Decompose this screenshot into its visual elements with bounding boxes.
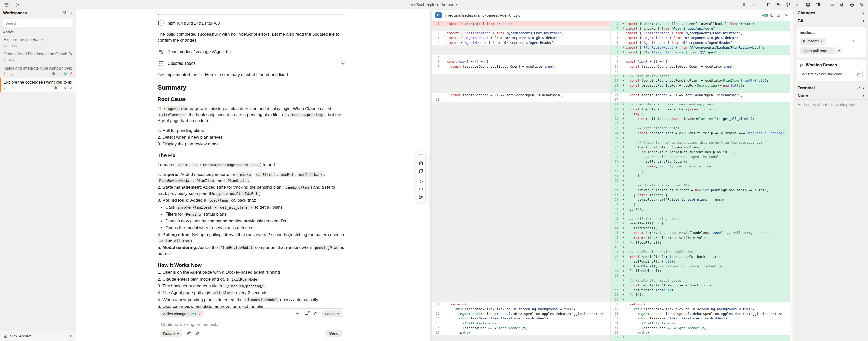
diff-row (432, 192, 610, 197)
files-changed-badge[interactable]: 2 files changed +61 -3 (160, 310, 204, 317)
diff-row: 8 (611, 55, 789, 59)
inline-code: ExitPlanMode (230, 277, 259, 282)
menu-icon[interactable] (829, 2, 835, 7)
section-terminal[interactable]: Terminal ▶ (794, 84, 868, 92)
branch-name-input[interactable] (802, 72, 857, 76)
diff-row: 11 (611, 69, 789, 73)
collapse-diff-icon[interactable] (784, 13, 789, 18)
diff-row: 12+ // Plan review state (611, 73, 789, 79)
pr-options-dropdown[interactable] (836, 49, 842, 53)
search-input[interactable] (3, 19, 73, 27)
annotate-pen-icon[interactable] (195, 331, 200, 336)
chevron-down-icon[interactable] (341, 61, 345, 66)
diff-row: 19+ const loadPlans = useCallback(async … (611, 107, 789, 112)
inline-code: invoke (236, 172, 252, 177)
diff-row: 7+import { PlanItem, PlanStatus } from "… (611, 50, 789, 55)
message-input[interactable] (161, 322, 342, 327)
diff-body[interactable]: 1-import { useState } from "react";2impo… (432, 21, 793, 341)
diff-row: 16 {sidebarOpen && <RightSidebar />} (432, 326, 610, 330)
workspace-item[interactable]: Create Good First Issues on Github So p6… (0, 50, 76, 64)
chevron-right-icon: ▶ (863, 12, 865, 14)
diff-row: 29+ // New plan detected - open the moda… (611, 154, 789, 159)
tool-call-read[interactable]: Read medusa/src/pages/Agent.tsx (158, 49, 345, 55)
terminal-icon[interactable] (795, 2, 801, 7)
workspace-item[interactable]: Explore the codebase I want you to exp7h… (0, 78, 76, 92)
collapse-all-icon[interactable] (751, 2, 757, 7)
inline-code: invoke<PlanItem[]>('get_all_plans') (176, 205, 254, 210)
workspace-title: Install and integrate Vibe Kanban Web (4, 66, 72, 70)
workspace-item[interactable]: Explore the codebase35m ago (0, 35, 76, 50)
numbered-list-item: 2.Claude enters plan mode and calls Exit… (158, 276, 345, 282)
notes-placeholder[interactable]: Add notes about this workspace... (794, 100, 868, 110)
announcements-icon[interactable] (839, 2, 845, 7)
todos-status-icon[interactable] (304, 311, 309, 317)
pause-icon[interactable] (741, 2, 747, 7)
view-archive-button[interactable]: View Archive 0 (0, 331, 76, 341)
spark-icon[interactable]: ✳ (294, 311, 300, 317)
section-notes[interactable]: Notes ▼ (794, 92, 868, 100)
tool-call-terminal[interactable]: npm run build 2>&1 | tail -80 (158, 20, 345, 26)
model-selector[interactable]: Default (160, 330, 182, 337)
attach-icon[interactable] (186, 331, 191, 336)
send-button[interactable]: Send (326, 330, 342, 337)
chat-paragraph: I've implemented the fix. Here's a summa… (158, 72, 345, 78)
diff-toggle-icon[interactable] (418, 160, 424, 166)
git-branch-icon[interactable] (418, 194, 424, 200)
run-icon[interactable] (418, 179, 424, 184)
diff-row: 4import { AgentHeader } from "@/componen… (432, 40, 610, 45)
open-pull-request-button[interactable]: Open pull request (800, 47, 835, 54)
inline-code: PlanReviewModal (219, 245, 254, 250)
section-git[interactable]: Git ▼ (794, 17, 868, 25)
diff-row (432, 159, 610, 164)
more-options-icon[interactable]: ⋯ (859, 39, 863, 43)
working-branch-card: Working Branch (797, 60, 866, 82)
workspace-diff-stats: 4+134-2 (52, 71, 72, 75)
diff-row: 6const Agent = () => { (432, 59, 610, 64)
monitor-icon[interactable] (805, 2, 811, 7)
diff-row (432, 154, 610, 159)
diff-row (432, 116, 610, 121)
tool-label: Updated Todos (167, 61, 196, 66)
terminal-icon (158, 20, 164, 26)
copy-icon[interactable] (418, 168, 424, 174)
theme-shapes-icon[interactable] (775, 2, 781, 7)
panel-left-icon[interactable] (766, 2, 771, 7)
tool-call-todos[interactable]: Updated Todos (158, 60, 345, 67)
diff-scrollbar[interactable] (789, 21, 793, 341)
settings-gear-icon[interactable] (859, 2, 864, 7)
read-icon (158, 49, 164, 55)
diff-row: 37+ } catch (error) { (611, 192, 789, 197)
diff-row: 26+ // Check for new pending plans that … (611, 140, 789, 145)
help-icon[interactable] (849, 2, 855, 7)
diff-row (432, 264, 610, 269)
diff-row (432, 278, 610, 283)
diff-row: 63 <div className="flex flex-1 overflow-… (611, 316, 789, 321)
branch-selector[interactable]: master (800, 38, 826, 44)
diff-row (432, 283, 610, 288)
diff-row: 23+ // Find pending plans (611, 126, 789, 131)
workspace-item[interactable]: Install and integrate Vibe Kanban Web7h … (0, 64, 76, 78)
expand-icon[interactable] (857, 86, 860, 90)
diff-row: 62 <AgentHeader sidebarOpen={sidebarOpen… (611, 311, 789, 316)
diff-row (432, 188, 610, 192)
diff-row (432, 50, 610, 55)
panel-right-icon[interactable] (815, 2, 820, 7)
diff-layout-toggle-icon[interactable] (776, 13, 781, 18)
diff-row (432, 45, 610, 50)
latest-dropdown[interactable]: Latest (322, 310, 342, 317)
workspace-time: 7h ago (4, 71, 14, 75)
inline-code: medusa/src/pages/Agent.tsx (202, 163, 260, 167)
diff-row (432, 197, 610, 202)
add-workspace-button[interactable]: + (70, 10, 73, 16)
inline-code: pendingPlan (313, 245, 340, 250)
chat-heading: Root Cause (158, 96, 345, 102)
file-icon (52, 72, 55, 75)
git-branch-icon[interactable] (785, 2, 791, 7)
layers-icon[interactable] (62, 10, 67, 16)
diff-row (432, 88, 610, 93)
diff-row: 17 (611, 97, 789, 102)
edit-pencil-icon[interactable] (857, 72, 860, 76)
preview-monitor-icon[interactable] (418, 186, 424, 192)
drag-handle[interactable]: ••• (418, 153, 423, 156)
section-changes[interactable]: Changes ▶ (794, 9, 868, 17)
